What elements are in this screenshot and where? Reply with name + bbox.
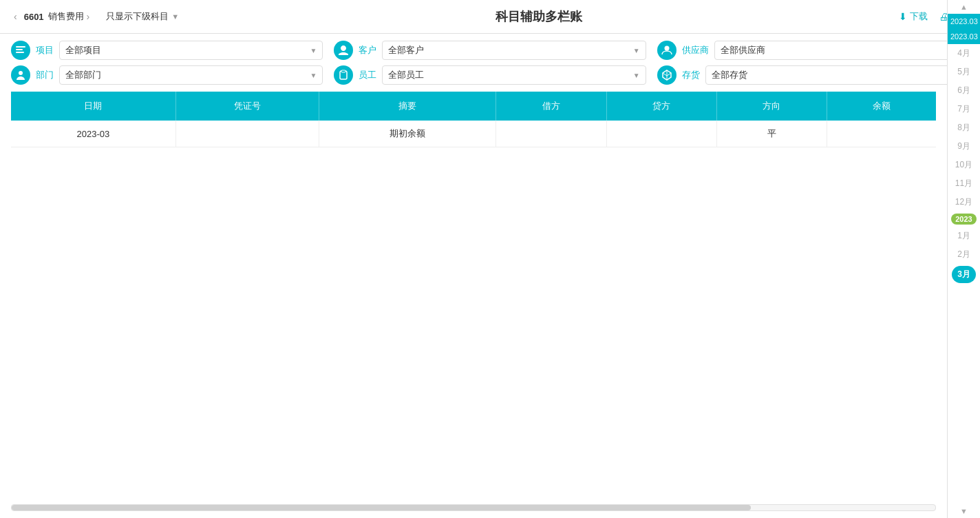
show-sub-label: 只显示下级科目	[106, 10, 169, 23]
cell-direction: 平	[716, 121, 827, 147]
svg-point-3	[664, 46, 669, 51]
timeline-month-2[interactable]: 2月	[948, 245, 980, 264]
project-label: 项目	[36, 44, 54, 56]
employee-value: 全部员工	[388, 69, 424, 81]
filter-project: 项目 全部项目 ▼	[11, 41, 323, 60]
filter-inventory: 存货 全部存货 ▼	[657, 65, 969, 85]
supplier-value: 全部供应商	[721, 44, 765, 56]
cell-date: 2023-03	[11, 121, 175, 147]
customer-icon	[334, 41, 353, 60]
inventory-value: 全部存货	[712, 69, 747, 81]
employee-icon	[334, 65, 353, 85]
col-credit: 贷方	[606, 92, 716, 121]
filter-customer: 客户 全部客户 ▼	[334, 41, 646, 60]
cell-summary: 期初余额	[319, 121, 496, 147]
timeline-month-7[interactable]: 7月	[948, 100, 980, 118]
col-date: 日期	[11, 92, 175, 121]
supplier-select[interactable]: 全部供应商 ▼	[714, 41, 969, 60]
timeline-month-1[interactable]: 1月	[948, 227, 980, 245]
timeline-selected-1[interactable]: 2023.03	[948, 14, 980, 29]
project-icon	[11, 41, 30, 60]
svg-point-4	[19, 71, 23, 75]
customer-label: 客户	[359, 44, 376, 56]
timeline-month-6[interactable]: 6月	[948, 81, 980, 100]
filter-department: 部门 全部部门 ▼	[11, 65, 323, 85]
cell-credit	[606, 121, 716, 147]
main-window: ‹ 6601 销售费用 › 只显示下级科目 ▼ 科目辅助多栏账 ⬇ 下载 🖨 打…	[0, 0, 980, 518]
department-icon	[11, 65, 30, 85]
svg-rect-2	[16, 52, 24, 53]
department-arrow: ▼	[310, 72, 317, 79]
timeline-year-badge[interactable]: 2023	[951, 214, 976, 225]
customer-arrow: ▼	[633, 47, 640, 54]
download-button[interactable]: ⬇ 下载	[899, 10, 928, 23]
timeline-down-nav[interactable]: ▼	[948, 504, 980, 518]
department-label: 部门	[36, 69, 54, 81]
svg-rect-0	[16, 46, 25, 48]
filter-employee: 员工 全部员工 ▼	[334, 65, 646, 85]
employee-label: 员工	[359, 69, 376, 81]
show-sub-filter[interactable]: 只显示下级科目 ▼	[106, 10, 179, 23]
cell-voucher	[175, 121, 319, 147]
col-direction: 方向	[716, 92, 827, 121]
inventory-icon	[657, 65, 677, 85]
supplier-icon	[657, 41, 677, 60]
col-balance: 余额	[827, 92, 936, 121]
project-arrow: ▼	[310, 47, 317, 54]
project-value: 全部项目	[65, 44, 101, 56]
timeline-selected-2[interactable]: 2023.03	[948, 29, 980, 44]
filter-bar: 项目 全部项目 ▼ 客户 全部客户 ▼ 供应商 全部供应商 ▼	[0, 34, 980, 92]
account-name: 销售费用	[48, 10, 84, 23]
download-label: 下载	[910, 10, 928, 23]
account-code: 6601	[24, 12, 44, 22]
department-value: 全部部门	[65, 69, 101, 81]
timeline-month-12[interactable]: 12月	[948, 193, 980, 211]
cell-debit	[496, 121, 606, 147]
inventory-select[interactable]: 全部存货 ▼	[705, 65, 969, 85]
show-sub-arrow: ▼	[171, 12, 179, 21]
timeline-month-10[interactable]: 10月	[948, 156, 980, 174]
col-debit: 借方	[496, 92, 606, 121]
col-summary: 摘要	[319, 92, 496, 121]
inventory-label: 存货	[682, 69, 700, 81]
nav-prev-button[interactable]: ‹	[11, 10, 20, 23]
scrollbar-thumb	[12, 505, 751, 510]
download-icon: ⬇	[899, 11, 907, 22]
table-header-row: 日期 凭证号 摘要 借方 贷方 方向 余额	[11, 92, 936, 121]
department-select[interactable]: 全部部门 ▼	[59, 65, 323, 85]
svg-rect-6	[341, 70, 345, 72]
timeline-month-11[interactable]: 11月	[948, 174, 980, 193]
page-title: 科目辅助多栏账	[179, 8, 899, 25]
ledger-table: 日期 凭证号 摘要 借方 贷方 方向 余额 2023-03 期初余额 平	[11, 92, 936, 147]
timeline-active-month[interactable]: 3月	[952, 266, 976, 283]
project-select[interactable]: 全部项目 ▼	[59, 41, 323, 60]
nav-next-button[interactable]: ›	[84, 10, 93, 23]
col-voucher: 凭证号	[175, 92, 319, 121]
customer-value: 全部客户	[388, 44, 424, 56]
timeline-month-8[interactable]: 8月	[948, 118, 980, 137]
supplier-label: 供应商	[682, 44, 709, 56]
timeline-month-9[interactable]: 9月	[948, 137, 980, 156]
cell-balance	[827, 121, 936, 147]
top-bar: ‹ 6601 销售费用 › 只显示下级科目 ▼ 科目辅助多栏账 ⬇ 下载 🖨 打…	[0, 0, 980, 34]
filter-supplier: 供应商 全部供应商 ▼	[657, 41, 969, 60]
customer-select[interactable]: 全部客户 ▼	[382, 41, 646, 60]
table-row: 2023-03 期初余额 平	[11, 121, 936, 147]
svg-rect-1	[16, 49, 23, 50]
timeline-month-4[interactable]: 4月	[948, 44, 980, 63]
timeline-month-5[interactable]: 5月	[948, 63, 980, 81]
employee-select[interactable]: 全部员工 ▼	[382, 65, 646, 85]
horizontal-scrollbar[interactable]	[11, 504, 936, 511]
side-timeline: ▲ 2023.03 2023.03 4月 5月 6月 7月 8月 9月 10月 …	[947, 0, 980, 518]
table-container: 日期 凭证号 摘要 借方 贷方 方向 余额 2023-03 期初余额 平	[0, 92, 947, 147]
timeline-up-nav[interactable]: ▲	[948, 0, 980, 14]
employee-arrow: ▼	[633, 72, 640, 79]
